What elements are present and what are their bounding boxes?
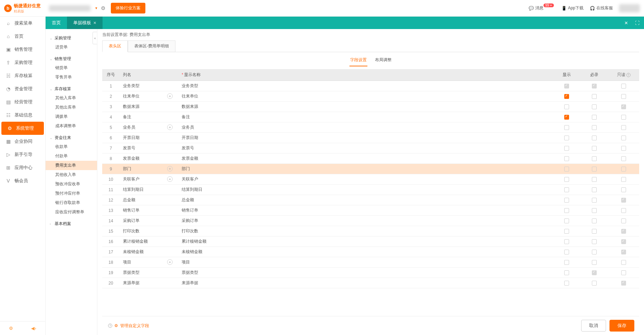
row-display-name[interactable]: 项目 (178, 257, 553, 268)
checkbox[interactable] (621, 146, 626, 151)
row-display-name[interactable]: 发票号 (178, 143, 553, 153)
checkbox[interactable] (621, 198, 626, 203)
checkbox[interactable] (564, 104, 569, 109)
tree-item-应收应付调整单[interactable]: 应收应付调整单 (46, 207, 97, 217)
row-display-name[interactable]: 采购订单 (178, 216, 553, 226)
nav-item-新手引导[interactable]: ▷新手引导 (0, 148, 45, 161)
nav-item-应用中心[interactable]: ⊞应用中心 (0, 161, 45, 174)
tree-group-采购管理[interactable]: ⌄采购管理 (46, 34, 97, 43)
table-row[interactable]: 5业务员+业务员 (102, 122, 639, 133)
tree-group-基本档案[interactable]: ›基本档案 (46, 220, 97, 228)
table-row[interactable]: 12总金额总金额 (102, 195, 639, 205)
checkbox[interactable] (621, 250, 626, 254)
org-selector[interactable]: ▾ (49, 5, 97, 11)
row-display-name[interactable]: 未核销金额 (178, 247, 553, 257)
table-row[interactable]: 8发票金额发票金额 (102, 153, 639, 164)
row-display-name[interactable]: 往来单位 (178, 91, 553, 102)
checkbox[interactable] (592, 239, 597, 244)
nav-item-库存核算[interactable]: ☵库存核算 (0, 69, 45, 82)
checkbox[interactable] (564, 125, 569, 130)
checkbox[interactable] (592, 260, 597, 265)
checkbox[interactable] (564, 167, 569, 171)
tree-item-其他收入单[interactable]: 其他收入单 (46, 170, 97, 179)
nav-item-经营管理[interactable]: ▤经营管理 (0, 95, 45, 109)
checkbox[interactable] (592, 136, 597, 140)
fields-table-wrap[interactable]: 序号 列名 *显示名称 显示 必录 只读? 1业务类型业务类型2往来单位+往来单… (102, 69, 639, 315)
fullscreen-icon[interactable]: ⛶ (633, 20, 641, 26)
plus-icon[interactable]: + (167, 93, 173, 99)
area-tab-表头区[interactable]: 表头区 (102, 40, 128, 52)
row-display-name[interactable]: 部门 (178, 164, 553, 174)
checkbox[interactable] (621, 156, 626, 161)
checkbox[interactable] (592, 270, 597, 275)
checkbox[interactable] (564, 281, 569, 286)
table-row[interactable]: 17未核销金额未核销金额 (102, 247, 639, 257)
row-display-name[interactable]: 销售订单 (178, 205, 553, 216)
checkbox[interactable] (621, 270, 626, 275)
app-download-link[interactable]: 📱 App下载 (561, 5, 584, 11)
table-row[interactable]: 3数据来源数据来源 (102, 102, 639, 112)
table-row[interactable]: 13销售订单销售订单 (102, 205, 639, 216)
plus-icon[interactable]: + (167, 176, 173, 182)
nav-item-销售管理[interactable]: ▣销售管理 (0, 43, 45, 56)
checkbox[interactable] (564, 84, 569, 89)
checkbox[interactable] (621, 167, 626, 171)
settings-icon[interactable]: ⚙ (9, 326, 13, 331)
plus-icon[interactable]: + (167, 166, 173, 171)
checkbox[interactable] (592, 104, 597, 109)
row-display-name[interactable]: 总金额 (178, 195, 553, 205)
page-tab-首页[interactable]: 首页 (46, 17, 67, 29)
table-row[interactable]: 9部门+部门 (102, 164, 639, 174)
checkbox[interactable] (564, 177, 569, 182)
checkbox[interactable] (592, 229, 597, 234)
checkbox[interactable] (621, 281, 626, 286)
plus-icon[interactable]: + (167, 124, 173, 130)
collapse-icon[interactable]: ◀› (31, 326, 36, 331)
close-icon[interactable]: ✕ (93, 21, 96, 25)
checkbox[interactable] (621, 136, 626, 140)
checkbox[interactable] (564, 260, 569, 265)
checkbox[interactable] (592, 187, 597, 192)
tree-item-收款单[interactable]: 收款单 (46, 142, 97, 151)
checkbox[interactable] (621, 239, 626, 244)
checkbox[interactable] (564, 156, 569, 161)
row-display-name[interactable]: 业务类型 (178, 81, 553, 91)
tree-item-零售开单[interactable]: 零售开单 (46, 73, 97, 82)
tree-item-成本调整单[interactable]: 成本调整单 (46, 121, 97, 131)
cancel-button[interactable]: 取消 (581, 320, 606, 332)
nav-item-资金管理[interactable]: ◔资金管理 (0, 82, 45, 95)
row-display-name[interactable]: 业务员 (178, 122, 553, 133)
checkbox[interactable] (564, 218, 569, 223)
industry-plan-button[interactable]: 体验行业方案 (111, 3, 145, 13)
checkbox[interactable] (564, 187, 569, 192)
table-row[interactable]: 7发票号发票号 (102, 143, 639, 153)
tree-item-其他入库单[interactable]: 其他入库单 (46, 93, 97, 103)
tree-item-预收冲应收单[interactable]: 预收冲应收单 (46, 179, 97, 189)
nav-item-畅会员[interactable]: V畅会员 (0, 174, 45, 187)
online-service-link[interactable]: 🎧 在线客服 (590, 5, 613, 11)
sub-tab-布局调整[interactable]: 布局调整 (374, 56, 392, 66)
checkbox[interactable] (621, 104, 626, 109)
table-row[interactable]: 18项目+项目 (102, 257, 639, 268)
messages-link[interactable]: 💬 消息 99 + (529, 5, 555, 11)
table-row[interactable]: 10关联客户+关联客户 (102, 174, 639, 185)
checkbox[interactable] (564, 146, 569, 151)
table-row[interactable]: 1业务类型业务类型 (102, 81, 639, 91)
checkbox[interactable] (592, 115, 597, 120)
table-row[interactable]: 11结算到期日结算到期日 (102, 185, 639, 195)
checkbox[interactable] (592, 250, 597, 254)
tree-item-销货单[interactable]: 销货单 (46, 63, 97, 73)
checkbox[interactable] (564, 229, 569, 234)
table-row[interactable]: 2往来单位+往来单位 (102, 91, 639, 102)
checkbox[interactable] (621, 187, 626, 192)
row-display-name[interactable]: 发票金额 (178, 153, 553, 164)
checkbox[interactable] (621, 115, 626, 120)
page-tab-单据模板[interactable]: 单据模板✕ (67, 17, 103, 29)
row-display-name[interactable]: 结算到期日 (178, 185, 553, 195)
table-row[interactable]: 19票据类型票据类型 (102, 268, 639, 278)
table-row[interactable]: 16累计核销金额累计核销金额 (102, 236, 639, 247)
row-display-name[interactable]: 票据类型 (178, 268, 553, 278)
row-display-name[interactable]: 来源单据 (178, 278, 553, 288)
nav-item-搜索菜单[interactable]: ⌕搜索菜单 (0, 17, 45, 30)
checkbox[interactable] (564, 239, 569, 244)
